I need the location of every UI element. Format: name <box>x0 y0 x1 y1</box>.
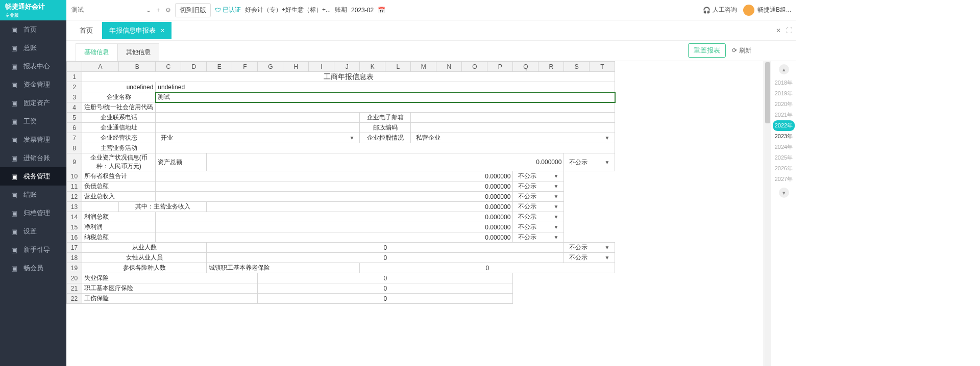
fullscreen-button[interactable]: ⛶ <box>786 27 792 34</box>
sidebar-item-0[interactable]: ▣首页 <box>0 20 66 39</box>
dropdown[interactable]: 不公示▼ <box>515 233 561 242</box>
col-G[interactable]: G <box>258 62 283 72</box>
row-18[interactable]: 18 <box>67 253 82 263</box>
sidebar-item-2[interactable]: ▣报表中心 <box>0 57 66 75</box>
dropdown[interactable]: 不公示▼ <box>515 223 561 231</box>
row-16[interactable]: 16 <box>67 232 82 243</box>
sidebar-item-9[interactable]: ▣结账 <box>0 186 66 204</box>
dropdown[interactable]: 不公示▼ <box>515 172 561 180</box>
close-all-tabs[interactable]: ✕ <box>776 27 781 34</box>
col-P[interactable]: P <box>487 62 513 72</box>
tab-annual-report[interactable]: 年报信息申报表 × <box>102 22 172 39</box>
col-C[interactable]: C <box>156 62 181 72</box>
row-22[interactable]: 22 <box>67 294 82 304</box>
avatar[interactable] <box>743 5 754 16</box>
sidebar-item-6[interactable]: ▣发票管理 <box>0 130 66 149</box>
row-11[interactable]: 11 <box>67 181 82 192</box>
year-up-button[interactable]: ▴ <box>779 64 789 74</box>
col-L[interactable]: L <box>385 62 411 72</box>
sidebar-item-13[interactable]: ▣畅会员 <box>0 259 66 277</box>
company-settings-button[interactable]: ⚙ <box>165 7 171 14</box>
row-1[interactable]: 1 <box>67 72 82 82</box>
dropdown[interactable]: 不公示▼ <box>515 213 561 221</box>
support-link[interactable]: 🎧 人工咨询 <box>703 6 737 14</box>
dropdown[interactable]: 不公示▼ <box>566 158 612 167</box>
dropdown[interactable]: 不公示▼ <box>515 192 561 201</box>
year-2024年[interactable]: 2024年 <box>773 142 795 152</box>
row-20[interactable]: 20 <box>67 273 82 283</box>
subtab-basic[interactable]: 基础信息 <box>76 43 117 61</box>
col-F[interactable]: F <box>232 62 258 72</box>
year-2026年[interactable]: 2026年 <box>773 163 795 174</box>
col-E[interactable]: E <box>207 62 232 72</box>
col-Q[interactable]: Q <box>513 62 538 72</box>
col-A[interactable]: A <box>82 62 119 72</box>
year-down-button[interactable]: ▾ <box>779 188 789 198</box>
dropdown[interactable]: 开业▼ <box>158 134 357 142</box>
col-K[interactable]: K <box>360 62 385 72</box>
row-4[interactable]: 4 <box>67 102 82 113</box>
reset-report-button[interactable]: 重置报表 <box>688 43 726 58</box>
row-5[interactable]: 5 <box>67 113 82 123</box>
row-8[interactable]: 8 <box>67 143 82 153</box>
year-2025年[interactable]: 2025年 <box>773 152 795 163</box>
col-D[interactable]: D <box>181 62 207 72</box>
year-2022年[interactable]: 2022年 <box>773 120 795 131</box>
subtab-other[interactable]: 其他信息 <box>117 43 159 61</box>
row-13[interactable]: 13 <box>67 202 82 212</box>
company-name-cell[interactable]: 测试 <box>156 92 615 102</box>
col-J[interactable]: J <box>334 62 360 72</box>
refresh-button[interactable]: ⟳ 刷新 <box>732 46 751 55</box>
period-value[interactable]: 2023-02 <box>351 7 374 14</box>
sidebar-item-12[interactable]: ▣新手引导 <box>0 241 66 259</box>
add-company-button[interactable]: ＋ <box>155 6 161 14</box>
period-calendar-icon[interactable]: 📅 <box>378 7 385 14</box>
year-2018年[interactable]: 2018年 <box>773 77 795 88</box>
dropdown[interactable]: 不公示▼ <box>515 202 561 211</box>
dropdown[interactable]: 不公示▼ <box>566 243 612 252</box>
tab-home[interactable]: 首页 <box>72 22 100 39</box>
sidebar-item-8[interactable]: ▣税务管理 <box>0 167 66 186</box>
row-3[interactable]: 3 <box>67 92 82 102</box>
sidebar-item-7[interactable]: ▣进销台账 <box>0 149 66 167</box>
col-N[interactable]: N <box>436 62 462 72</box>
row-21[interactable]: 21 <box>67 283 82 294</box>
close-icon[interactable]: × <box>161 27 165 34</box>
row-7[interactable]: 7 <box>67 133 82 143</box>
sidebar-item-3[interactable]: ▣资金管理 <box>0 75 66 94</box>
company-selector[interactable]: 测试 ⌄ <box>71 6 151 14</box>
row-10[interactable]: 10 <box>67 171 82 181</box>
year-2021年[interactable]: 2021年 <box>773 110 795 120</box>
year-2027年[interactable]: 2027年 <box>773 174 795 185</box>
year-2020年[interactable]: 2020年 <box>773 99 795 110</box>
col-T[interactable]: T <box>590 62 615 72</box>
switch-old-button[interactable]: 切到旧版 <box>175 3 211 17</box>
row-14[interactable]: 14 <box>67 212 82 222</box>
row-15[interactable]: 15 <box>67 222 82 232</box>
dropdown[interactable]: 不公示▼ <box>515 182 561 191</box>
row-12[interactable]: 12 <box>67 192 82 202</box>
year-2019年[interactable]: 2019年 <box>773 88 795 99</box>
sidebar-item-4[interactable]: ▣固定资产 <box>0 94 66 112</box>
sidebar-item-11[interactable]: ▣设置 <box>0 222 66 241</box>
col-B[interactable]: B <box>119 62 156 72</box>
col-S[interactable]: S <box>564 62 590 72</box>
row-9[interactable]: 9 <box>67 153 82 171</box>
sidebar-item-1[interactable]: ▣总账 <box>0 39 66 57</box>
spreadsheet[interactable]: ABCDEFGHIJKLMNOPQRST1工商年报信息表2undefinedun… <box>66 61 764 366</box>
row-19[interactable]: 19 <box>67 263 82 273</box>
col-I[interactable]: I <box>309 62 334 72</box>
col-O[interactable]: O <box>462 62 487 72</box>
row-2[interactable]: 2 <box>67 82 82 92</box>
sidebar-item-10[interactable]: ▣归档管理 <box>0 204 66 222</box>
col-H[interactable]: H <box>283 62 309 72</box>
sidebar-item-5[interactable]: ▣工资 <box>0 112 66 130</box>
vertical-scrollbar[interactable] <box>764 61 771 366</box>
col-R[interactable]: R <box>538 62 564 72</box>
user-name[interactable]: 畅捷通B组... <box>757 6 791 14</box>
row-17[interactable]: 17 <box>67 243 82 253</box>
dropdown[interactable]: 不公示▼ <box>566 253 612 262</box>
col-M[interactable]: M <box>411 62 436 72</box>
dropdown[interactable]: 私营企业▼ <box>413 134 612 142</box>
row-6[interactable]: 6 <box>67 123 82 133</box>
